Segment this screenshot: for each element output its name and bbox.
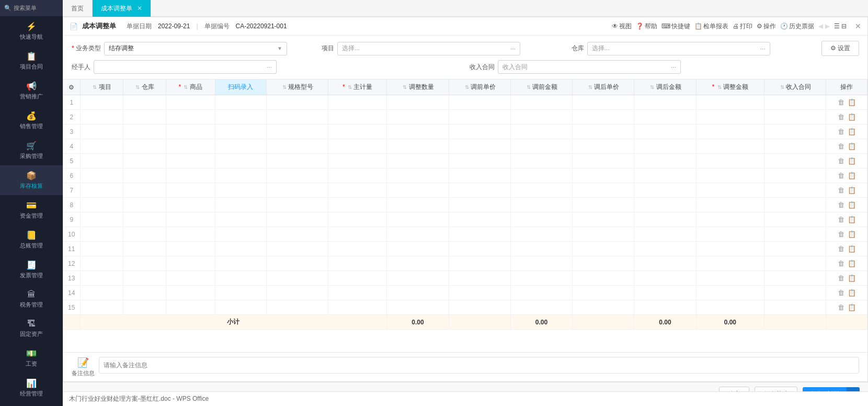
row-main-unit[interactable] [328,300,387,315]
notes-input[interactable] [99,357,859,374]
row-product[interactable] [166,95,215,110]
row-main-unit[interactable] [328,212,387,227]
row-post-unit-price[interactable] [573,198,634,212]
row-product[interactable] [166,227,215,242]
row-warehouse[interactable] [123,183,166,198]
sort-icon[interactable]: ⇅ [403,84,407,90]
row-warehouse[interactable] [123,110,166,125]
row-copy-icon[interactable]: 📋 [848,260,856,267]
row-warehouse[interactable] [123,154,166,168]
row-main-unit[interactable] [328,110,387,125]
row-income-contract[interactable] [764,271,826,286]
row-post-unit-price[interactable] [573,300,634,315]
row-adjust-qty[interactable] [387,139,449,154]
row-product[interactable] [166,110,215,125]
row-pre-unit-price[interactable] [449,256,510,271]
row-pre-unit-price[interactable] [449,242,510,256]
row-warehouse[interactable] [123,139,166,154]
row-income-contract[interactable] [764,286,826,300]
row-product[interactable] [166,168,215,183]
row-pre-unit-price[interactable] [449,125,510,139]
row-adjust-amount[interactable] [696,256,764,271]
row-project[interactable] [80,139,123,154]
row-pre-unit-price[interactable] [449,212,510,227]
row-main-unit[interactable] [328,139,387,154]
row-pre-amount[interactable] [510,95,572,110]
row-copy-icon[interactable]: 📋 [848,274,856,282]
row-warehouse[interactable] [123,256,166,271]
row-income-contract[interactable] [764,242,826,256]
row-product[interactable] [166,286,215,300]
row-pre-unit-price[interactable] [449,227,510,242]
tab-cost-adjust[interactable]: 成本调整单 ✕ [93,0,151,17]
tab-close-icon[interactable]: ✕ [137,5,142,12]
business-type-input[interactable]: 结存调整 ▼ [104,42,287,55]
sort-icon[interactable]: ⇅ [184,84,188,90]
row-post-amount[interactable] [634,212,696,227]
sidebar-item-sales-promotion[interactable]: 📢 营销推广 [0,76,63,106]
row-post-amount[interactable] [634,271,696,286]
row-project[interactable] [80,286,123,300]
row-copy-icon[interactable]: 📋 [848,216,856,223]
row-pre-unit-price[interactable] [449,168,510,183]
row-main-unit[interactable] [328,198,387,212]
project-input[interactable]: 选择... ··· [337,42,520,55]
agent-input[interactable]: ··· [94,60,277,74]
income-contract-more-icon[interactable]: ··· [671,63,676,71]
check-btn[interactable]: 📋 检单报表 [694,22,728,31]
sidebar-item-fixed-assets[interactable]: 🏗 固定资产 [0,314,63,343]
help-btn[interactable]: ❓ 帮助 [636,22,657,31]
row-project[interactable] [80,271,123,286]
row-post-unit-price[interactable] [573,95,634,110]
row-product[interactable] [166,242,215,256]
sidebar-item-project-contract[interactable]: 📋 项目合同 [0,46,63,76]
settings-button[interactable]: ⚙ 设置 [821,41,859,56]
row-main-unit[interactable] [328,154,387,168]
sort-icon[interactable]: ⇅ [282,84,287,90]
row-copy-icon[interactable]: 📋 [848,98,856,106]
shortcut-btn[interactable]: ⌨ 快捷键 [661,22,690,31]
row-adjust-qty[interactable] [387,154,449,168]
row-post-unit-price[interactable] [573,110,634,125]
row-delete-icon[interactable]: 🗑 [838,172,844,179]
row-spec-type[interactable] [266,125,328,139]
row-delete-icon[interactable]: 🗑 [838,142,844,150]
row-product[interactable] [166,212,215,227]
row-adjust-qty[interactable] [387,286,449,300]
row-product[interactable] [166,198,215,212]
row-adjust-qty[interactable] [387,256,449,271]
row-income-contract[interactable] [764,300,826,315]
row-post-unit-price[interactable] [573,227,634,242]
row-copy-icon[interactable]: 📋 [848,172,856,179]
row-scan-input[interactable] [215,198,266,212]
row-copy-icon[interactable]: 📋 [848,186,856,194]
row-project[interactable] [80,183,123,198]
row-adjust-qty[interactable] [387,183,449,198]
row-scan-input[interactable] [215,95,266,110]
row-project[interactable] [80,110,123,125]
row-spec-type[interactable] [266,286,328,300]
sidebar-item-sales-mgmt[interactable]: 💰 销售管理 [0,106,63,136]
sidebar-search[interactable]: 🔍 搜索菜单 [0,0,63,16]
sort-icon[interactable]: ⇅ [780,84,784,90]
history-btn[interactable]: 🕐 历史票据 [780,22,814,31]
agent-more-icon[interactable]: ··· [267,63,272,71]
row-warehouse[interactable] [123,271,166,286]
row-spec-type[interactable] [266,242,328,256]
row-scan-input[interactable] [215,110,266,125]
row-scan-input[interactable] [215,125,266,139]
sort-icon[interactable]: ⇅ [588,84,592,90]
row-post-unit-price[interactable] [573,139,634,154]
row-warehouse[interactable] [123,286,166,300]
row-warehouse[interactable] [123,125,166,139]
row-pre-amount[interactable] [510,110,572,125]
row-warehouse[interactable] [123,168,166,183]
row-project[interactable] [80,168,123,183]
row-spec-type[interactable] [266,300,328,315]
sidebar-item-basic-info[interactable]: 🗂 基础信息 [0,403,63,406]
row-scan-input[interactable] [215,212,266,227]
sidebar-item-business-mgmt[interactable]: 📊 经营管理 [0,373,63,403]
row-scan-input[interactable] [215,183,266,198]
row-spec-type[interactable] [266,139,328,154]
row-pre-unit-price[interactable] [449,286,510,300]
